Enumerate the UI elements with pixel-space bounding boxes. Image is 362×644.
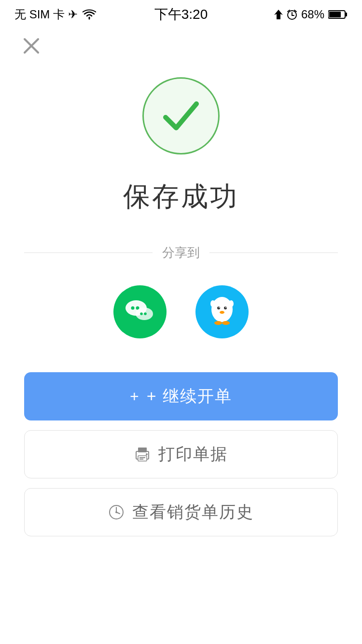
share-section: 分享到	[24, 244, 338, 338]
svg-point-16	[217, 307, 220, 309]
svg-point-18	[219, 307, 220, 308]
print-button[interactable]: 打印单据	[24, 430, 338, 478]
svg-rect-29	[139, 459, 143, 460]
svg-point-21	[210, 300, 215, 307]
svg-point-8	[131, 307, 135, 310]
close-button[interactable]	[19, 34, 43, 58]
alarm-icon	[287, 9, 297, 20]
svg-rect-3	[345, 13, 347, 16]
close-icon	[23, 37, 40, 55]
svg-point-24	[222, 321, 230, 325]
svg-point-17	[224, 307, 227, 309]
svg-rect-4	[329, 12, 341, 17]
wifi-icon	[83, 9, 96, 20]
status-bar: 无 SIM 卡 ✈ 下午3:20 68%	[0, 0, 362, 29]
svg-rect-27	[138, 456, 147, 461]
continue-plus-icon: +	[130, 388, 139, 406]
share-label: 分享到	[162, 244, 200, 261]
action-buttons: + + 继续开单 打印单据 查看销货单历史	[24, 372, 338, 536]
svg-rect-28	[139, 457, 145, 458]
svg-point-20	[220, 311, 224, 314]
svg-line-34	[116, 512, 120, 514]
history-label: 查看销货单历史	[132, 501, 254, 523]
checkmark-icon	[162, 99, 200, 133]
svg-point-13	[211, 297, 233, 322]
location-icon	[274, 9, 283, 20]
svg-point-30	[146, 453, 148, 455]
svg-point-22	[229, 300, 234, 307]
continue-button[interactable]: + + 继续开单	[24, 372, 338, 420]
no-sim-label: 无 SIM 卡 ✈	[14, 7, 78, 22]
share-divider: 分享到	[24, 244, 338, 261]
continue-label: + 继续开单	[147, 385, 232, 407]
success-title: 保存成功	[123, 179, 239, 215]
success-indicator	[142, 77, 220, 154]
share-wechat-button[interactable]	[113, 285, 167, 338]
share-qq-button[interactable]	[195, 285, 249, 338]
status-time: 下午3:20	[154, 5, 208, 24]
wechat-icon	[124, 297, 156, 326]
main-content: 保存成功 分享到	[0, 29, 362, 536]
svg-point-12	[144, 312, 147, 315]
svg-rect-26	[138, 448, 147, 452]
print-label: 打印单据	[158, 443, 228, 465]
share-icons	[24, 285, 338, 338]
history-icon	[108, 504, 125, 520]
battery-icon	[328, 9, 348, 20]
svg-marker-0	[274, 10, 283, 19]
status-right: 68%	[274, 8, 348, 21]
status-left: 无 SIM 卡 ✈	[14, 7, 96, 22]
svg-point-11	[140, 312, 143, 315]
battery-percent: 68%	[301, 8, 324, 21]
history-button[interactable]: 查看销货单历史	[24, 488, 338, 536]
print-icon	[134, 447, 151, 462]
svg-point-23	[214, 321, 222, 325]
svg-point-19	[225, 307, 226, 308]
qq-icon	[208, 295, 237, 329]
